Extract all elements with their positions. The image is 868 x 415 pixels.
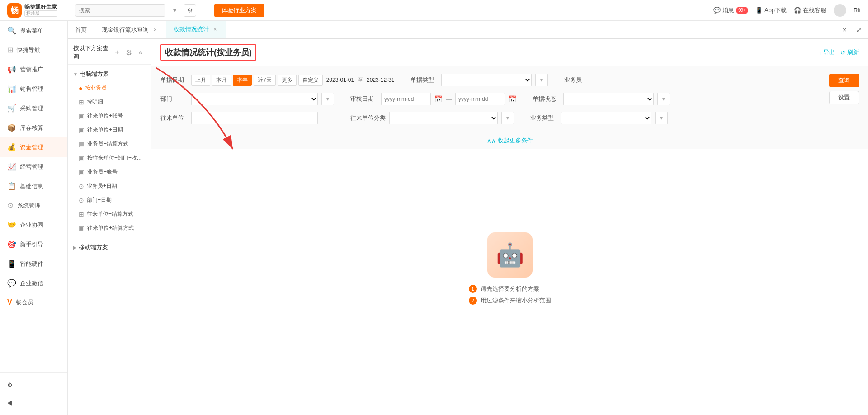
sidebar-collapse-btn[interactable]: ◀ (0, 394, 67, 411)
date-btn-this-year[interactable]: 本年 (233, 75, 252, 86)
query-btn[interactable]: 查询 (829, 74, 859, 87)
audit-date-from[interactable] (381, 93, 431, 105)
header-gear-btn[interactable]: ⚙ (184, 4, 196, 17)
scheme-item-partner-date[interactable]: ▣ 往来单位+日期 (68, 123, 151, 137)
partner-input[interactable] (191, 112, 318, 124)
biz-type-select[interactable] (561, 112, 651, 124)
tab-receipt-stats-close[interactable]: × (212, 26, 219, 33)
scheme-item-partner-dept[interactable]: ▣ 按往来单位+部门+收... (68, 151, 151, 165)
date-btn-more[interactable]: 更多 (278, 75, 297, 86)
sidebar-item-quick-nav[interactable]: ⊞ 快捷导航 (0, 40, 67, 60)
sidebar-label-sales: 销售管理 (20, 85, 43, 93)
sidebar-item-sales[interactable]: 📊 销售管理 (0, 79, 67, 99)
doc-type-label: 单据类型 (410, 76, 438, 84)
scheme-item-partner-settle2[interactable]: ▣ 往来单位+结算方式 (68, 221, 151, 235)
partner-settle1-label: 往来单位+结算方式 (87, 210, 133, 218)
page-content: 按以下方案查询 + ⚙ « ▼ 电脑端方案 ● 按业务员 (68, 39, 868, 415)
scheme-item-dept-date[interactable]: ⊙ 部门+日期 (68, 193, 151, 207)
tabs-right: × ⤢ (835, 21, 868, 38)
desktop-group-label: 电脑端方案 (80, 70, 109, 78)
date-btn-this-month[interactable]: 本月 (212, 75, 231, 86)
sidebar-label-enterprise: 企业协同 (20, 221, 43, 229)
tab-receipt-stats[interactable]: 收款情况统计 × (166, 21, 226, 38)
partner-category-select[interactable] (389, 112, 498, 124)
date-range: 2023-01-01 至 2023-12-31 (326, 76, 395, 84)
hint-text-1: 请先选择要分析的方案 (481, 285, 539, 293)
doc-type-dropdown-btn[interactable]: ▾ (535, 74, 548, 86)
sidebar-item-system[interactable]: ⚙ 系统管理 (0, 196, 67, 215)
collapse-icon: ◀ (7, 399, 12, 406)
scheme-gear-btn[interactable]: ⚙ (124, 47, 134, 57)
scheme-item-salesman-date[interactable]: ⊙ 业务员+日期 (68, 179, 151, 193)
settings-btn[interactable]: 设置 (829, 91, 859, 104)
app-download-btn[interactable]: 📱 App下载 (755, 6, 787, 14)
partner-label: 往来单位 (160, 114, 188, 122)
scheme-item-by-detail[interactable]: ⊞ 按明细 (68, 95, 151, 109)
message-btn[interactable]: 💬 消息 99+ (713, 6, 748, 14)
trial-btn[interactable]: 体验行业方案 (214, 4, 264, 17)
salesman-more-btn[interactable]: ··· (595, 75, 608, 85)
partner-category-dropdown-btn[interactable]: ▾ (501, 112, 514, 124)
scheme-item-partner-settle1[interactable]: ⊞ 往来单位+结算方式 (68, 207, 151, 221)
salesman-settle-label: 业务员+结算方式 (87, 140, 128, 148)
scheme-group-desktop-title[interactable]: ▼ 电脑端方案 (68, 67, 151, 81)
date-btn-last-month[interactable]: 上月 (191, 75, 210, 86)
tab-bank-flow[interactable]: 现金银行流水查询 × (94, 21, 166, 38)
dept-select[interactable] (191, 93, 318, 105)
content-area: 首页 现金银行流水查询 × 收款情况统计 × × ⤢ 按以下方案查询 + (68, 21, 868, 415)
scheme-item-salesman-account[interactable]: ▣ 业务员+账号 (68, 165, 151, 179)
doc-status-select[interactable] (563, 93, 654, 105)
header-right: 💬 消息 99+ 📱 App下载 🎧 在线客服 Rit (713, 4, 861, 17)
sidebar-item-guide[interactable]: 🎯 新手引导 (0, 235, 67, 254)
scheme-item-by-salesman[interactable]: ● 按业务员 (68, 81, 151, 95)
sidebar-item-smart-hw[interactable]: 📱 智能硬件 (0, 254, 67, 274)
online-service-btn[interactable]: 🎧 在线客服 (794, 6, 826, 14)
audit-date-from-calendar-icon[interactable]: 📅 (434, 95, 442, 103)
doc-status-dropdown-btn[interactable]: ▾ (657, 93, 670, 105)
sidebar-item-operations[interactable]: 📈 经营管理 (0, 157, 67, 176)
user-avatar[interactable] (834, 4, 846, 17)
dept-dropdown-btn[interactable]: ▾ (321, 93, 334, 105)
tab-close-all-btn[interactable]: × (839, 24, 850, 35)
scheme-item-partner-account[interactable]: ▣ 往来单位+账号 (68, 109, 151, 123)
audit-date-to-calendar-icon[interactable]: 📅 (509, 95, 516, 103)
collapse-bar[interactable]: ∧∧ 收起更多条件 (151, 132, 868, 149)
sidebar-item-member[interactable]: V 畅会员 (0, 293, 67, 312)
hint-num-2: 2 (469, 297, 477, 305)
sidebar-item-purchase[interactable]: 🛒 采购管理 (0, 99, 67, 118)
scheme-item-salesman-settle[interactable]: ▦ 业务员+结算方式 (68, 137, 151, 151)
guide-icon: 🎯 (7, 240, 16, 249)
export-btn[interactable]: ↑ 导出 (819, 48, 835, 57)
partner-more-btn[interactable]: ··· (321, 113, 334, 123)
tab-maximize-btn[interactable]: ⤢ (854, 24, 864, 35)
audit-date-to[interactable] (455, 93, 505, 105)
header-dropdown-btn[interactable]: ▾ (169, 5, 180, 16)
biz-type-dropdown-btn[interactable]: ▾ (655, 112, 668, 124)
app-download-label: App下载 (764, 6, 787, 14)
scheme-collapse-btn[interactable]: « (136, 47, 146, 57)
scheme-group-mobile-title[interactable]: ▶ 移动端方案 (68, 241, 151, 254)
refresh-btn[interactable]: ↺ 刷新 (840, 48, 859, 57)
partner-settle2-label: 往来单位+结算方式 (87, 224, 134, 232)
scheme-panel-header: 按以下方案查询 + ⚙ « (68, 39, 151, 65)
doc-type-select[interactable] (441, 74, 532, 86)
tab-home[interactable]: 首页 (68, 21, 94, 38)
desktop-arrow-icon: ▼ (73, 72, 78, 77)
sidebar-item-search-menu[interactable]: 🔍 搜索菜单 (0, 21, 67, 40)
search-menu-icon: 🔍 (7, 26, 16, 35)
export-icon: ↑ (819, 49, 822, 56)
header-search-input[interactable] (75, 4, 165, 17)
sidebar-settings-btn[interactable]: ⚙ (0, 376, 67, 394)
sidebar-item-inventory[interactable]: 📦 库存核算 (0, 118, 67, 137)
date-btn-7days[interactable]: 近7天 (254, 75, 276, 86)
salesman-date-icon: ⊙ (79, 183, 84, 190)
doc-status-label: 单据状态 (533, 95, 560, 103)
tab-bank-flow-close[interactable]: × (151, 26, 159, 33)
sidebar-item-marketing[interactable]: 📢 营销推广 (0, 60, 67, 79)
sidebar-item-finance[interactable]: 💰 资金管理 (0, 137, 67, 157)
date-btn-custom[interactable]: 自定义 (298, 75, 323, 86)
scheme-add-btn[interactable]: + (112, 47, 122, 57)
sidebar-item-wechat[interactable]: 💬 企业微信 (0, 274, 67, 293)
sidebar-item-enterprise[interactable]: 🤝 企业协同 (0, 215, 67, 235)
sidebar-item-basic-info[interactable]: 📋 基础信息 (0, 176, 67, 196)
